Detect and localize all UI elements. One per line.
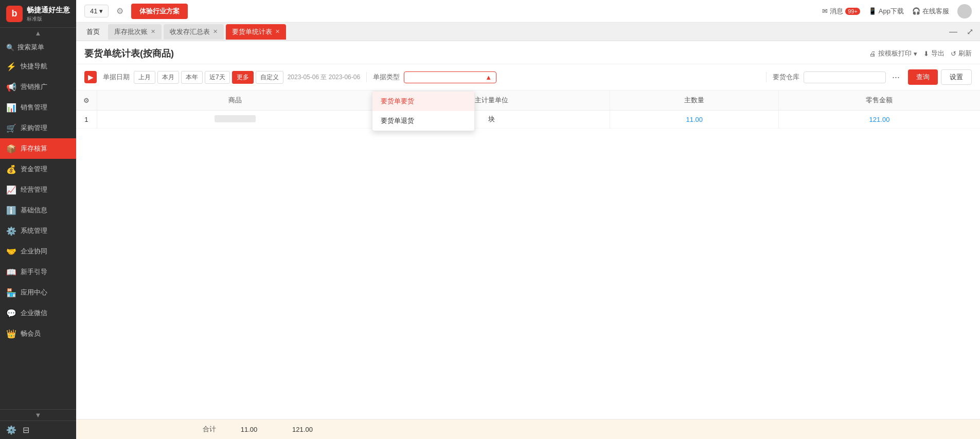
- topbar-right: ✉ 消息 99+ 📱 App下载 🎧 在线客服: [822, 4, 972, 19]
- marketing-icon: 📢: [6, 82, 16, 92]
- dropdown-item-order-return[interactable]: 要货单退货: [372, 111, 474, 131]
- page-header-actions: 🖨 按模板打印 ▾ ⬇ 导出 ↺ 刷新: [869, 49, 972, 58]
- tab-close-receive-send[interactable]: ✕: [213, 28, 218, 35]
- sidebar-search[interactable]: 🔍 搜索菜单: [0, 39, 76, 56]
- logo: b 畅捷通好生意 标准版: [0, 0, 76, 28]
- basic-info-icon: ℹ️: [6, 205, 16, 215]
- type-filter-input[interactable]: ▲: [404, 71, 496, 83]
- table-settings-icon[interactable]: ⚙: [83, 97, 90, 104]
- member-icon: 👑: [6, 328, 16, 339]
- sidebar-item-app-center[interactable]: 🏪 应用中心: [0, 282, 76, 303]
- sidebar-item-purchase[interactable]: 🛒 采购管理: [0, 118, 76, 138]
- message-icon: ✉: [822, 7, 828, 15]
- tab-expand-button[interactable]: ⤢: [964, 26, 976, 38]
- print-button[interactable]: 🖨 按模板打印 ▾: [869, 49, 917, 58]
- date-btn-more[interactable]: 更多: [232, 71, 254, 84]
- sidebar-item-guide[interactable]: 📖 新手引导: [0, 262, 76, 282]
- sidebar: b 畅捷通好生意 标准版 ▲ 🔍 搜索菜单 ⚡ 快捷导航 📢 营销推广 📊 销售…: [0, 0, 76, 439]
- sidebar-item-wechat[interactable]: 💬 企业微信: [0, 303, 76, 323]
- tab-receive-send-summary[interactable]: 收发存汇总表 ✕: [164, 24, 224, 40]
- app-download-item[interactable]: 📱 App下载: [868, 7, 904, 16]
- guide-icon: 📖: [6, 267, 16, 277]
- tabs-bar: 首页 库存批次账 ✕ 收发存汇总表 ✕ 要货单统计表 ✕ — ⤢: [76, 23, 980, 41]
- warehouse-filter-section: 要货仓库 ···: [773, 71, 902, 83]
- filter-divider-1: [366, 72, 367, 82]
- filter-expand-button[interactable]: ▶: [84, 71, 97, 83]
- sidebar-bottom: ⚙️ ⊟: [0, 420, 76, 439]
- trial-button[interactable]: 体验行业方案: [131, 4, 188, 19]
- settings-button[interactable]: 设置: [941, 69, 972, 85]
- warehouse-filter-input[interactable]: [804, 71, 886, 83]
- sales-icon: 📊: [6, 102, 16, 113]
- quantity-link[interactable]: 11.00: [686, 116, 703, 123]
- table-body: 1 块 11.00 121.00: [76, 111, 980, 129]
- sidebar-item-member[interactable]: 👑 畅会员: [0, 323, 76, 344]
- type-filter-section: 单据类型 ▲: [373, 71, 760, 83]
- date-btn-last-month[interactable]: 上月: [134, 71, 155, 84]
- export-button[interactable]: ⬇ 导出: [923, 49, 945, 58]
- col-product: 商品: [97, 90, 373, 111]
- cell-product: [97, 111, 373, 129]
- tab-order-statistics[interactable]: 要货单统计表 ✕: [226, 24, 286, 40]
- tab-close-order-statistics[interactable]: ✕: [275, 28, 280, 35]
- col-settings[interactable]: ⚙: [76, 90, 97, 111]
- footer-amount: 121.00: [282, 426, 323, 433]
- topbar-dropdown[interactable]: 41 ▾: [84, 5, 109, 17]
- sidebar-item-quick-nav[interactable]: ⚡ 快捷导航: [0, 56, 76, 77]
- logo-icon: b: [6, 6, 23, 22]
- product-placeholder: [215, 115, 256, 122]
- date-btn-7days[interactable]: 近7天: [205, 71, 230, 84]
- cell-quantity: 11.00: [610, 111, 779, 129]
- footer-label: 合计: [203, 425, 216, 434]
- tab-inventory-batch[interactable]: 库存批次账 ✕: [108, 24, 162, 40]
- cell-amount: 121.00: [778, 111, 980, 129]
- filter-more-options[interactable]: ···: [890, 72, 902, 83]
- print-dropdown-icon: ▾: [914, 50, 917, 58]
- sidebar-item-sales[interactable]: 📊 销售管理: [0, 97, 76, 118]
- online-service-item[interactable]: 🎧 在线客服: [912, 7, 949, 16]
- tab-home[interactable]: 首页: [80, 24, 106, 40]
- type-dropdown: 要货单要货 要货单退货: [372, 91, 475, 131]
- sidebar-item-enterprise[interactable]: 🤝 企业协同: [0, 241, 76, 262]
- tab-minimize-button[interactable]: —: [947, 26, 959, 38]
- logo-text: 畅捷通好生意 标准版: [27, 5, 70, 22]
- date-btn-custom[interactable]: 自定义: [256, 71, 283, 84]
- page-content: 要货单统计表(按商品) 🖨 按模板打印 ▾ ⬇ 导出 ↺ 刷新 ▶: [76, 41, 980, 439]
- sidebar-item-operations[interactable]: 📈 经营管理: [0, 179, 76, 200]
- dropdown-item-order-request[interactable]: 要货单要货: [372, 92, 474, 111]
- refresh-icon: ↺: [951, 50, 956, 58]
- tabs-right: — ⤢: [947, 26, 976, 38]
- page-title: 要货单统计表(按商品): [84, 47, 174, 60]
- date-buttons: 上月 本月 本年 近7天 更多 自定义: [134, 71, 283, 84]
- sidebar-scroll-up[interactable]: ▲: [0, 28, 76, 39]
- sidebar-item-basic-info[interactable]: ℹ️ 基础信息: [0, 200, 76, 221]
- type-filter-chevron-up[interactable]: ▲: [485, 74, 492, 81]
- table-row: 1 块 11.00 121.00: [76, 111, 980, 129]
- sidebar-item-inventory[interactable]: 📦 库存核算: [0, 138, 76, 159]
- table-container: ⚙ 商品 主计量单位 主数量 零售金额 1 块: [76, 90, 980, 419]
- search-icon: 🔍: [6, 44, 14, 51]
- headset-icon: 🎧: [912, 7, 920, 15]
- sidebar-item-system[interactable]: ⚙️ 系统管理: [0, 221, 76, 241]
- tab-close-inventory-batch[interactable]: ✕: [151, 28, 155, 35]
- refresh-button[interactable]: ↺ 刷新: [951, 49, 972, 58]
- settings-icon[interactable]: ⚙️: [6, 425, 16, 435]
- col-amount: 零售金额: [778, 90, 980, 111]
- date-btn-this-year[interactable]: 本年: [181, 71, 203, 84]
- type-filter-text[interactable]: [408, 74, 483, 81]
- sidebar-item-finance[interactable]: 💰 资金管理: [0, 159, 76, 179]
- topbar-gear-icon[interactable]: ⚙: [113, 4, 127, 19]
- sidebar-item-marketing[interactable]: 📢 营销推广: [0, 77, 76, 97]
- query-button[interactable]: 查询: [908, 69, 938, 85]
- warehouse-filter-text[interactable]: [808, 74, 881, 81]
- message-badge: 99+: [845, 8, 860, 15]
- inventory-icon: 📦: [6, 143, 16, 154]
- avatar[interactable]: [957, 4, 972, 19]
- sidebar-scroll-down[interactable]: ▼: [0, 409, 76, 420]
- collapse-icon[interactable]: ⊟: [23, 425, 29, 435]
- message-item[interactable]: ✉ 消息 99+: [822, 7, 860, 16]
- purchase-icon: 🛒: [6, 123, 16, 133]
- amount-link[interactable]: 121.00: [869, 116, 890, 123]
- enterprise-icon: 🤝: [6, 246, 16, 257]
- date-btn-this-month[interactable]: 本月: [157, 71, 179, 84]
